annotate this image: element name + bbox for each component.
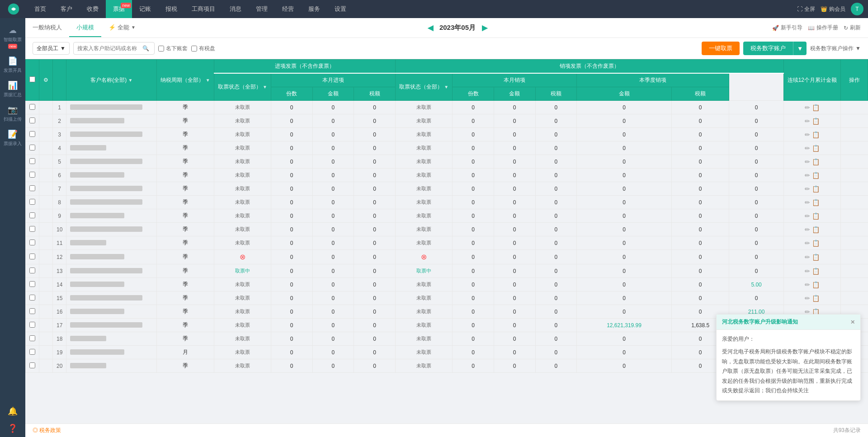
sidebar-item-scan[interactable]: 📷 扫描上传 xyxy=(0,101,25,126)
row-customer-name[interactable] xyxy=(66,264,157,278)
row-customer-name[interactable] xyxy=(66,346,157,359)
nav-item-customer[interactable]: 客户 xyxy=(53,0,80,18)
has-tax-disk-checkbox[interactable]: 有税盘 xyxy=(191,45,215,52)
fullscreen-button[interactable]: ⛶ 全屏 xyxy=(797,5,815,13)
copy-button[interactable]: 📋 xyxy=(812,226,820,233)
edit-button[interactable]: ✏ xyxy=(805,212,810,220)
manual-button[interactable]: 📖 操作手册 xyxy=(808,24,838,32)
copy-button[interactable]: 📋 xyxy=(812,104,820,111)
row-checkbox[interactable] xyxy=(29,254,35,259)
copy-button[interactable]: 📋 xyxy=(812,117,820,125)
nav-item-fee[interactable]: 收费 xyxy=(80,0,106,18)
row-checkbox[interactable] xyxy=(29,335,35,341)
subnav-all[interactable]: ⚡ 全能 ▼ xyxy=(101,19,143,37)
employee-filter-select[interactable]: 全部员工 ▼ xyxy=(33,42,70,55)
refresh-button[interactable]: ↻ 刷新 xyxy=(844,24,861,32)
search-input[interactable] xyxy=(77,45,141,52)
row-customer-name[interactable] xyxy=(66,291,157,305)
row-customer-name[interactable] xyxy=(66,319,157,332)
copy-button[interactable]: 📋 xyxy=(812,254,820,261)
tax-digital-account-button[interactable]: 税务数字账户 xyxy=(743,42,793,55)
edit-button[interactable]: ✏ xyxy=(805,254,810,261)
tax-digital-account-dropdown[interactable]: ▼ xyxy=(793,42,807,55)
row-customer-name[interactable] xyxy=(66,223,157,236)
row-customer-name[interactable] xyxy=(66,141,157,155)
row-customer-name[interactable] xyxy=(66,155,157,169)
copy-button[interactable]: 📋 xyxy=(812,281,820,288)
edit-button[interactable]: ✏ xyxy=(805,145,810,152)
row-checkbox[interactable] xyxy=(29,117,35,123)
copy-button[interactable]: 📋 xyxy=(812,145,820,152)
row-checkbox[interactable] xyxy=(29,240,35,245)
copy-button[interactable]: 📋 xyxy=(812,240,820,247)
sidebar-item-entry[interactable]: 📝 票据录入 xyxy=(0,126,25,150)
edit-button[interactable]: ✏ xyxy=(805,104,810,111)
row-checkbox[interactable] xyxy=(29,145,35,150)
nav-item-message[interactable]: 消息 xyxy=(222,0,249,18)
row-checkbox[interactable] xyxy=(29,281,35,287)
my-accounts-checkbox[interactable]: 名下账套 xyxy=(158,45,188,52)
sidebar-item-open-invoice[interactable]: 📄 发票开具 xyxy=(0,52,25,77)
copy-button[interactable]: 📋 xyxy=(812,295,820,302)
customer-filter-icon[interactable]: ▼ xyxy=(128,78,133,83)
one-key-fetch-button[interactable]: 一键取票 xyxy=(702,42,740,55)
edit-button[interactable]: ✏ xyxy=(805,268,810,275)
edit-button[interactable]: ✏ xyxy=(805,158,810,165)
copy-button[interactable]: 📋 xyxy=(812,131,820,138)
row-checkbox[interactable] xyxy=(29,322,35,328)
copy-button[interactable]: 📋 xyxy=(812,185,820,193)
row-checkbox[interactable] xyxy=(29,226,35,232)
subnav-small-scale[interactable]: 小规模 xyxy=(69,19,101,37)
user-avatar[interactable]: T xyxy=(851,3,863,15)
nav-item-home[interactable]: 首页 xyxy=(27,0,53,18)
nav-item-service[interactable]: 服务 xyxy=(301,0,327,18)
nav-item-manage[interactable]: 管理 xyxy=(249,0,275,18)
row-checkbox[interactable] xyxy=(29,308,35,314)
row-checkbox[interactable] xyxy=(29,199,35,205)
row-customer-name[interactable] xyxy=(66,182,157,196)
row-checkbox[interactable] xyxy=(29,104,35,110)
edit-button[interactable]: ✏ xyxy=(805,131,810,138)
row-customer-name[interactable] xyxy=(66,236,157,250)
row-customer-name[interactable] xyxy=(66,196,157,209)
edit-button[interactable]: ✏ xyxy=(805,226,810,233)
nav-item-operation[interactable]: 经营 xyxy=(275,0,301,18)
edit-button[interactable]: ✏ xyxy=(805,117,810,125)
nav-item-bookkeeping[interactable]: 记账 xyxy=(132,0,158,18)
edit-button[interactable]: ✏ xyxy=(805,240,810,247)
nav-item-tax[interactable]: 报税 xyxy=(158,0,184,18)
row-customer-name[interactable] xyxy=(66,305,157,319)
copy-button[interactable]: 📋 xyxy=(812,212,820,220)
copy-button[interactable]: 📋 xyxy=(812,199,820,206)
sidebar-item-summary[interactable]: 📊 票据汇总 xyxy=(0,77,25,101)
row-customer-name[interactable] xyxy=(66,169,157,182)
row-checkbox[interactable] xyxy=(29,362,35,368)
row-checkbox[interactable] xyxy=(29,158,35,164)
row-checkbox[interactable] xyxy=(29,349,35,355)
next-month-button[interactable]: ▶ xyxy=(479,23,490,33)
sidebar-item-help[interactable]: ❓ xyxy=(0,420,25,437)
output-status-filter-icon[interactable]: ▼ xyxy=(444,85,448,89)
subnav-general-taxpayer[interactable]: 一般纳税人 xyxy=(33,19,69,37)
row-customer-name[interactable] xyxy=(66,101,157,114)
row-checkbox[interactable] xyxy=(29,212,35,218)
row-customer-name[interactable] xyxy=(66,278,157,291)
member-button[interactable]: 👑 购会员 xyxy=(821,5,845,13)
tax-policy-link[interactable]: ◎ 税务政策 xyxy=(33,427,61,434)
sidebar-item-smart-fetch[interactable]: ☁ 智能取票 new xyxy=(0,22,25,52)
copy-button[interactable]: 📋 xyxy=(812,158,820,165)
row-checkbox[interactable] xyxy=(29,268,35,273)
row-customer-name[interactable] xyxy=(66,359,157,373)
row-checkbox[interactable] xyxy=(29,172,35,178)
copy-button[interactable]: 📋 xyxy=(812,172,820,179)
sidebar-item-bottom-1[interactable]: 🔔 xyxy=(0,403,25,420)
row-customer-name[interactable] xyxy=(66,209,157,223)
search-icon[interactable]: 🔍 xyxy=(142,45,149,52)
row-customer-name[interactable] xyxy=(66,114,157,128)
notification-close-button[interactable]: ✕ xyxy=(850,319,855,325)
nav-item-settings[interactable]: 设置 xyxy=(327,0,354,18)
row-checkbox[interactable] xyxy=(29,185,35,191)
edit-button[interactable]: ✏ xyxy=(805,172,810,179)
row-customer-name[interactable] xyxy=(66,250,157,264)
copy-button[interactable]: 📋 xyxy=(812,268,820,275)
